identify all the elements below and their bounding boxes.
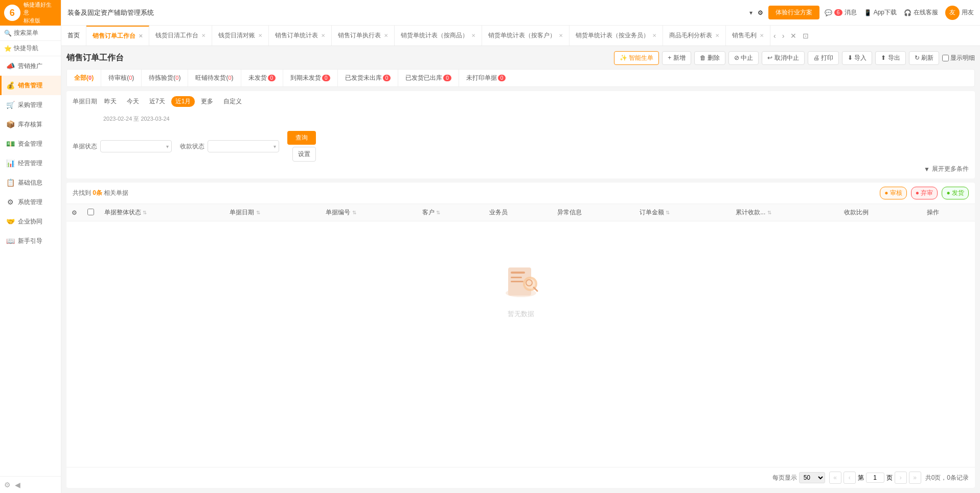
sidebar-item-finance[interactable]: 💵资金管理 bbox=[0, 134, 61, 153]
workspace-actions: ✨ 智能生单 + 新增 🗑 删除 ⊘ 中止 ↩ 取消中止 🖨 打印 ⬇ 导入 ⬆… bbox=[614, 51, 975, 65]
tab-scroll-left[interactable]: ‹ bbox=[770, 32, 779, 40]
sidebar-item-inventory[interactable]: 📦库存核算 bbox=[0, 115, 61, 134]
tab-home[interactable]: 首页 bbox=[61, 26, 86, 46]
filter-tab-delivered-in[interactable]: 已发货已出库0 bbox=[398, 70, 459, 86]
expand-button[interactable]: ▼ 展开更多条件 bbox=[924, 165, 969, 173]
date-option-yesterday[interactable]: 昨天 bbox=[100, 96, 121, 107]
topbar-settings-icon[interactable]: ⚙ bbox=[758, 9, 763, 16]
tab-sales-order[interactable]: 销售订单工作台✕ bbox=[86, 26, 149, 46]
tab-margin-analysis[interactable]: 商品毛利分析表✕ bbox=[663, 26, 726, 46]
tab-close-sales-sum-product[interactable]: ✕ bbox=[471, 33, 475, 38]
sidebar-search[interactable]: 🔍 搜索菜单 bbox=[0, 26, 61, 41]
payment-select[interactable] bbox=[208, 140, 279, 152]
show-detail-checkbox[interactable]: 显示明细 bbox=[942, 54, 975, 62]
sort-date[interactable]: ⇅ bbox=[256, 210, 260, 215]
set-button[interactable]: 设置 bbox=[292, 147, 316, 162]
sort-collected[interactable]: ⇅ bbox=[767, 210, 771, 215]
page-size-select[interactable]: 50 10 20 100 bbox=[799, 472, 825, 483]
refresh-button[interactable]: ↻ 刷新 bbox=[909, 51, 939, 65]
search-label: 搜索菜单 bbox=[14, 29, 38, 37]
tab-sales-stat[interactable]: 销售订单统计表✕ bbox=[269, 26, 332, 46]
tab-close-cash-reconcile[interactable]: ✕ bbox=[258, 33, 262, 38]
next-page-button[interactable]: › bbox=[895, 472, 907, 484]
date-option-custom[interactable]: 自定义 bbox=[219, 96, 246, 107]
date-option-week[interactable]: 近7天 bbox=[145, 96, 169, 107]
sidebar-item-system[interactable]: ⚙系统管理 bbox=[0, 192, 61, 212]
tab-close-sales-order[interactable]: ✕ bbox=[139, 33, 143, 39]
status-select[interactable] bbox=[100, 140, 172, 152]
filter-tab-pending[interactable]: 待审核(0) bbox=[101, 70, 142, 86]
import-button[interactable]: ⬇ 导入 bbox=[842, 51, 872, 65]
tab-close-sales-exec[interactable]: ✕ bbox=[384, 33, 388, 38]
tab-close-sales-profit[interactable]: ✕ bbox=[760, 33, 764, 38]
tab-close-sales-sum-staff[interactable]: ✕ bbox=[652, 33, 656, 38]
cancel-stop-button[interactable]: ↩ 取消中止 bbox=[762, 51, 804, 65]
tab-close-margin-analysis[interactable]: ✕ bbox=[715, 33, 719, 38]
tab-close-all[interactable]: ✕ bbox=[787, 32, 800, 40]
sidebar-quick-nav[interactable]: ⭐ 快捷导航 bbox=[0, 41, 61, 56]
sort-status[interactable]: ⇅ bbox=[143, 210, 147, 215]
smart-gen-button[interactable]: ✨ 智能生单 bbox=[614, 51, 659, 65]
message-item[interactable]: 💬 6 消息 bbox=[825, 8, 857, 17]
filter-tab-delivered-out[interactable]: 已发货未出库0 bbox=[338, 70, 399, 86]
tab-sales-sum-product[interactable]: 销货单统计表（按商品）✕ bbox=[395, 26, 482, 46]
sidebar-item-purchase[interactable]: 🛒采购管理 bbox=[0, 95, 61, 115]
sidebar: 6 畅捷通好生意 标准版 🔍 搜索菜单 ⭐ 快捷导航 📣营销推广💰销售管理🛒采购… bbox=[0, 0, 61, 493]
print-button[interactable]: 🖨 打印 bbox=[808, 51, 839, 65]
tab-cash-clear[interactable]: 钱货日清工作台✕ bbox=[149, 26, 212, 46]
tab-sales-sum-customer[interactable]: 销货单统计表（按客户）✕ bbox=[482, 26, 569, 46]
filter-tab-not-printed[interactable]: 未打印单据0 bbox=[459, 70, 513, 86]
solution-button[interactable]: 体验行业方案 bbox=[768, 6, 819, 19]
last-page-button[interactable]: » bbox=[909, 472, 921, 484]
sidebar-item-operation[interactable]: 📊经营管理 bbox=[0, 153, 61, 173]
topbar-dropdown[interactable]: ▾ bbox=[749, 9, 753, 16]
sidebar-item-sales[interactable]: 💰销售管理 bbox=[0, 76, 61, 95]
date-option-today[interactable]: 今天 bbox=[123, 96, 143, 107]
sidebar-item-basic[interactable]: 📋基础信息 bbox=[0, 173, 61, 192]
date-option-more[interactable]: 更多 bbox=[197, 96, 217, 107]
export-button[interactable]: ⬆ 导出 bbox=[875, 51, 905, 65]
deliver-button[interactable]: ● 发货 bbox=[942, 187, 969, 199]
stop-button[interactable]: ⊘ 中止 bbox=[728, 51, 759, 65]
tab-close-cash-clear[interactable]: ✕ bbox=[201, 33, 206, 38]
sidebar-item-guide[interactable]: 📖新手引导 bbox=[0, 231, 61, 251]
sidebar-item-marketing[interactable]: 📣营销推广 bbox=[0, 56, 61, 76]
first-page-button[interactable]: « bbox=[829, 472, 841, 484]
page-input[interactable] bbox=[866, 473, 884, 483]
nav-icon-sales: 💰 bbox=[6, 81, 15, 90]
filter-tab-all[interactable]: 全部(0) bbox=[67, 70, 101, 86]
user-item[interactable]: 友 用友 bbox=[945, 6, 974, 20]
service-item[interactable]: 🎧 在线客服 bbox=[904, 8, 938, 17]
sidebar-item-collab[interactable]: 🤝企业协同 bbox=[0, 212, 61, 231]
check-all[interactable] bbox=[87, 209, 94, 215]
audit-button[interactable]: ● 审核 bbox=[880, 187, 907, 199]
app-download-item[interactable]: 📱 App下载 bbox=[864, 8, 897, 17]
sort-customer[interactable]: ⇅ bbox=[436, 210, 440, 215]
detail-checkbox-input[interactable] bbox=[942, 55, 949, 61]
add-button[interactable]: + 新增 bbox=[662, 51, 691, 65]
date-option-month[interactable]: 近1月 bbox=[171, 96, 195, 107]
col-settings[interactable]: ⚙ bbox=[66, 204, 82, 221]
tab-sales-sum-staff[interactable]: 销货单统计表（按业务员）✕ bbox=[569, 26, 663, 46]
filter-tab-pending-check[interactable]: 待拣验货(0) bbox=[142, 70, 188, 86]
tab-cash-reconcile[interactable]: 钱货日清对账✕ bbox=[212, 26, 269, 46]
filter-tab-not-delivered[interactable]: 未发货0 bbox=[241, 70, 284, 86]
tab-expand[interactable]: ⊡ bbox=[800, 32, 812, 40]
tab-sales-exec[interactable]: 销售订单执行表✕ bbox=[332, 26, 395, 46]
query-button[interactable]: 查询 bbox=[287, 131, 316, 145]
nav-icon-marketing: 📣 bbox=[6, 61, 15, 71]
filter-tab-wangpu[interactable]: 旺铺待发货(0) bbox=[188, 70, 241, 86]
tab-close-sales-sum-customer[interactable]: ✕ bbox=[559, 33, 563, 38]
tab-sales-profit[interactable]: 销售毛利✕ bbox=[726, 26, 770, 46]
tab-scroll-right[interactable]: › bbox=[779, 32, 788, 40]
revoke-button[interactable]: ● 弃审 bbox=[911, 187, 938, 199]
tab-close-sales-stat[interactable]: ✕ bbox=[321, 33, 325, 38]
collapse-icon[interactable]: ◀ bbox=[15, 481, 20, 489]
sort-amount[interactable]: ⇅ bbox=[666, 210, 670, 215]
table-header-row: ⚙ 单据整体状态 ⇅ 单据日期 ⇅ 单据编号 ⇅ 客户 ⇅ 业务员 异常信息 订… bbox=[66, 204, 975, 221]
settings-icon[interactable]: ⚙ bbox=[4, 481, 11, 489]
prev-page-button[interactable]: ‹ bbox=[844, 472, 856, 484]
delete-button[interactable]: 🗑 删除 bbox=[694, 51, 725, 65]
sort-number[interactable]: ⇅ bbox=[352, 210, 356, 215]
filter-tab-overdue[interactable]: 到期未发货0 bbox=[283, 70, 338, 86]
